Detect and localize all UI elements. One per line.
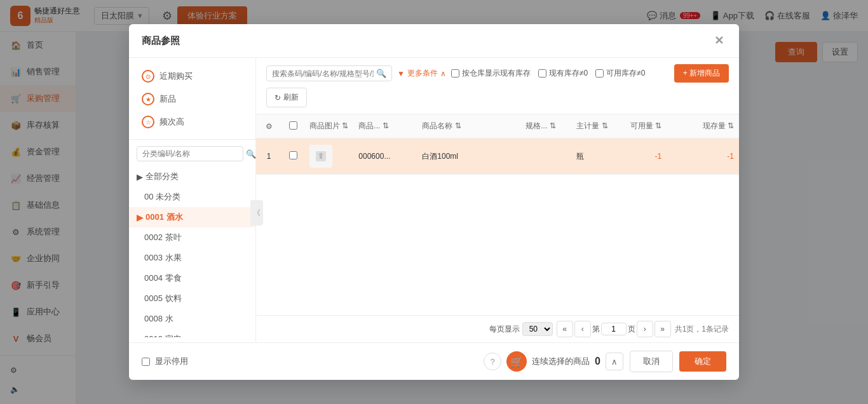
- product-search-input[interactable]: [272, 69, 374, 78]
- row-check[interactable]: [281, 138, 304, 175]
- col-header-code[interactable]: 商品... ⇅: [353, 114, 417, 138]
- footer-left: 显示停用: [142, 356, 188, 367]
- settings-col-icon[interactable]: ⚙: [266, 122, 273, 131]
- current-stock-checkbox[interactable]: [538, 69, 546, 77]
- available-stock-filter[interactable]: 可用库存≠0: [595, 68, 645, 79]
- add-product-button[interactable]: + 新增商品: [674, 64, 729, 83]
- category-search-input[interactable]: [137, 146, 243, 161]
- cat-item-all[interactable]: ▶ 全部分类: [129, 166, 255, 187]
- col-header-name[interactable]: 商品名称 ⇅: [417, 114, 520, 138]
- product-thumbnail: [309, 145, 332, 168]
- confirm-button[interactable]: 确定: [679, 351, 726, 372]
- panel-divider: [129, 139, 255, 140]
- more-filter-button[interactable]: ▼ 更多条件 ∧: [397, 68, 446, 79]
- cat-item-uncategorized[interactable]: 00 未分类: [129, 187, 255, 207]
- panel-collapse-button[interactable]: 《: [250, 200, 263, 226]
- modal-close-button[interactable]: ✕: [711, 33, 726, 48]
- modal-body: ⊙ 近期购买 ★ 新品 ☆ 频次高 🔍: [129, 58, 739, 342]
- per-page-label: 每页显示: [489, 324, 520, 335]
- col-header-available[interactable]: 可用量 ⇅: [616, 114, 667, 138]
- page-size-select: 每页显示 50: [489, 322, 553, 336]
- table-header-row: ⚙ 商品图片 ⇅ 商品... ⇅: [256, 114, 739, 138]
- sort-spec-icon: ⇅: [550, 121, 556, 130]
- cart-label: 连续选择的商品: [532, 356, 590, 367]
- expand-alcohol-icon: ▶: [137, 213, 143, 222]
- current-stock-filter[interactable]: 现有库存≠0: [538, 68, 588, 79]
- modal-toolbar: 🔍 ▼ 更多条件 ∧ 按仓库显示现有库存 现: [256, 58, 739, 114]
- warehouse-checkbox[interactable]: [451, 69, 459, 77]
- cat-item-water[interactable]: 0008 水: [129, 309, 255, 329]
- modal-header: 商品参照 ✕: [129, 24, 739, 58]
- pagination: 每页显示 50 « ‹ 第 页 › » 共1页，1条记录: [256, 315, 739, 342]
- col-header-num: ⚙: [256, 114, 281, 138]
- right-panel: 🔍 ▼ 更多条件 ∧ 按仓库显示现有库存 现: [256, 58, 739, 342]
- row-checkbox[interactable]: [289, 151, 297, 159]
- category-search: 🔍: [129, 144, 255, 164]
- row-code: 000600...: [353, 138, 417, 175]
- row-spacer: [667, 138, 688, 175]
- frequent-item[interactable]: ☆ 频次高: [134, 111, 250, 133]
- last-page-button[interactable]: »: [654, 321, 671, 337]
- sort-name-icon: ⇅: [455, 121, 461, 130]
- footer-right: ? 🛒 连续选择的商品 0 ∧ 取消 确定: [484, 351, 726, 372]
- cart-expand-button[interactable]: ∧: [606, 353, 623, 370]
- cart-section: ? 🛒 连续选择的商品 0 ∧: [484, 351, 623, 372]
- col-header-image[interactable]: 商品图片 ⇅: [304, 114, 353, 138]
- page-label: 第: [592, 324, 600, 335]
- filter-arrow-icon: ∧: [440, 69, 446, 78]
- cat-item-appliances[interactable]: 0010 家电: [129, 329, 255, 337]
- table-row: 1 000600... 白酒100ml: [256, 138, 739, 175]
- new-products-item[interactable]: ★ 新品: [134, 88, 250, 110]
- col-header-spec[interactable]: 规格... ⇅: [520, 114, 571, 138]
- per-page-dropdown[interactable]: 50: [522, 322, 553, 336]
- left-panel: ⊙ 近期购买 ★ 新品 ☆ 频次高 🔍: [129, 58, 256, 342]
- page-input[interactable]: [601, 323, 627, 335]
- left-panel-top: ⊙ 近期购买 ★ 新品 ☆ 频次高: [129, 63, 255, 135]
- row-image: [304, 138, 353, 175]
- row-name: 白酒100ml: [417, 138, 520, 175]
- next-page-button[interactable]: ›: [637, 321, 653, 337]
- show-disabled-label: 显示停用: [155, 356, 188, 367]
- cat-item-drinks[interactable]: 0005 饮料: [129, 288, 255, 309]
- new-products-icon: ★: [142, 93, 154, 105]
- expand-all-icon: ▶: [137, 172, 143, 182]
- row-num: 1: [256, 138, 281, 175]
- cat-item-tea[interactable]: 0002 茶叶: [129, 227, 255, 248]
- sort-code-icon: ⇅: [383, 121, 389, 130]
- cat-item-alcohol[interactable]: ▶ 0001 酒水: [129, 207, 255, 227]
- category-list: ▶ 全部分类 00 未分类 ▶ 0001 酒水 0002 茶叶 0003 水果 …: [129, 164, 255, 337]
- recent-purchase-icon: ⊙: [142, 70, 154, 83]
- refresh-button[interactable]: ↻ 刷新: [266, 88, 307, 107]
- col-header-stock[interactable]: 现存量 ⇅: [688, 114, 739, 138]
- search-icon[interactable]: 🔍: [376, 69, 386, 78]
- warehouse-filter[interactable]: 按仓库显示现有库存: [451, 68, 531, 79]
- cat-item-snack[interactable]: 0004 零食: [129, 268, 255, 288]
- row-stock: -1: [688, 138, 739, 175]
- cart-icon[interactable]: 🛒: [506, 351, 527, 372]
- available-stock-checkbox[interactable]: [595, 69, 604, 77]
- recent-purchase-item[interactable]: ⊙ 近期购买: [134, 65, 250, 87]
- sort-unit-icon: ⇅: [602, 121, 608, 130]
- show-disabled-checkbox[interactable]: [142, 358, 150, 366]
- page-summary: 共1页，1条记录: [675, 324, 729, 335]
- sort-img-icon: ⇅: [342, 121, 348, 130]
- product-search-box: 🔍: [266, 65, 392, 81]
- select-all-checkbox[interactable]: [289, 121, 297, 130]
- row-unit: 瓶: [571, 138, 616, 175]
- cart-count: 0: [595, 356, 600, 367]
- filter-icon: ▼: [397, 69, 405, 78]
- col-header-unit[interactable]: 主计量 ⇅: [571, 114, 616, 138]
- cancel-button[interactable]: 取消: [630, 351, 673, 372]
- col-header-check: [281, 114, 304, 138]
- modal-overlay: 商品参照 ✕ ⊙ 近期购买 ★ 新品 ☆ 频次高: [0, 0, 868, 404]
- sort-avail-icon: ⇅: [655, 121, 661, 130]
- page-nav: « ‹ 第 页 › »: [557, 321, 671, 337]
- cat-item-fruit[interactable]: 0003 水果: [129, 248, 255, 268]
- modal-footer: 显示停用 ? 🛒 连续选择的商品 0 ∧ 取消 确定: [129, 342, 739, 380]
- help-icon[interactable]: ?: [484, 353, 501, 370]
- category-search-icon[interactable]: 🔍: [246, 149, 256, 159]
- product-table: ⚙ 商品图片 ⇅ 商品... ⇅: [256, 114, 739, 175]
- prev-page-button[interactable]: ‹: [574, 321, 591, 337]
- first-page-button[interactable]: «: [557, 321, 573, 337]
- filter-checkboxes: 按仓库显示现有库存 现有库存≠0 可用库存≠0: [451, 68, 646, 79]
